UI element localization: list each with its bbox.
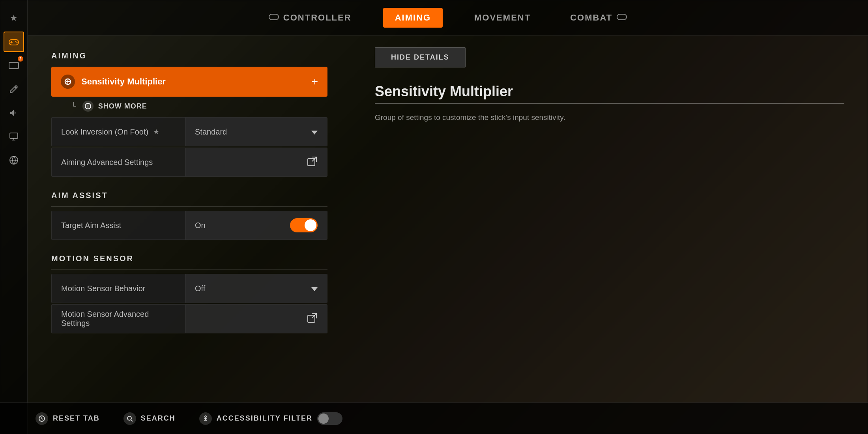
look-inversion-star-icon[interactable]: ★ (153, 127, 159, 136)
top-navigation: CONTROLLER AIMING MOVEMENT COMBAT (28, 0, 868, 36)
svg-rect-17 (88, 105, 88, 107)
tab-controller[interactable]: CONTROLLER (260, 8, 359, 27)
sidebar-icon-edit[interactable] (4, 79, 24, 99)
aiming-advanced-row: Aiming Advanced Settings (51, 148, 327, 177)
svg-rect-18 (88, 107, 88, 108)
target-aim-assist-value[interactable]: On (185, 211, 327, 239)
svg-rect-6 (10, 133, 18, 138)
svg-point-3 (15, 41, 16, 42)
svg-point-4 (16, 42, 17, 43)
content-area: CONTROLLER AIMING MOVEMENT COMBAT (28, 0, 868, 434)
motion-sensor-advanced-linkout-icon (307, 312, 318, 326)
look-inversion-value[interactable]: Standard (185, 118, 327, 146)
controller-tab-icon (268, 12, 279, 23)
indent-arrow: └ (71, 102, 76, 110)
svg-rect-12 (617, 14, 627, 20)
look-inversion-current-value: Standard (195, 127, 227, 137)
sidebar-icon-controller[interactable] (4, 32, 24, 52)
sidebar-icon-badge[interactable]: 2 (4, 55, 24, 76)
look-inversion-chevron-icon (311, 127, 318, 137)
details-description: Group of settings to customize the stick… (375, 112, 844, 123)
motion-sensor-behavior-text: Motion Sensor Behavior (61, 284, 145, 293)
sidebar-icon-volume[interactable] (4, 103, 24, 123)
svg-rect-2 (10, 42, 13, 43)
motion-sensor-advanced-text: Motion Sensor Advanced Settings (61, 310, 176, 328)
search-action[interactable]: SEARCH (123, 412, 176, 425)
tab-movement[interactable]: MOVEMENT (466, 9, 539, 27)
aiming-advanced-link[interactable] (185, 148, 327, 176)
search-icon (123, 412, 136, 425)
show-more-label: SHOW MORE (98, 102, 147, 110)
motion-sensor-behavior-current-value: Off (195, 284, 205, 293)
reset-tab-label: RESET TAB (53, 414, 100, 423)
target-aim-assist-toggle[interactable] (290, 218, 318, 232)
target-aim-assist-label: Target Aim Assist (52, 221, 185, 230)
svg-rect-11 (269, 14, 279, 20)
svg-line-22 (312, 314, 316, 318)
aiming-advanced-linkout-icon (307, 156, 318, 169)
look-inversion-text: Look Inversion (On Foot) (61, 127, 148, 137)
sidebar: ★ 2 (0, 0, 28, 434)
aiming-tab-label: AIMING (395, 13, 431, 23)
combat-tab-icon (616, 12, 627, 23)
motion-sensor-behavior-value[interactable]: Off (185, 274, 327, 303)
tab-aiming[interactable]: AIMING (383, 8, 443, 28)
svg-rect-5 (9, 62, 19, 69)
svg-line-20 (312, 157, 316, 161)
sidebar-icon-display[interactable] (4, 126, 24, 147)
sidebar-icon-star[interactable]: ★ (4, 8, 24, 28)
motion-sensor-divider (51, 269, 327, 270)
svg-line-25 (131, 420, 133, 421)
combat-tab-label: COMBAT (570, 13, 612, 23)
controller-tab-label: CONTROLLER (283, 13, 352, 23)
motion-sensor-advanced-label: Motion Sensor Advanced Settings (52, 310, 185, 328)
tab-combat[interactable]: COMBAT (562, 8, 635, 27)
accessibility-toggle-knob (318, 413, 329, 424)
show-more-icon (82, 101, 94, 112)
search-label: SEARCH (141, 414, 176, 423)
show-more-row[interactable]: └ SHOW MORE (51, 97, 327, 117)
sensitivity-multiplier-label: Sensitivity Multiplier (81, 77, 312, 87)
section-title-aim-assist: AIM ASSIST (51, 191, 327, 200)
hide-details-button[interactable]: HIDE DETAILS (375, 47, 466, 67)
bottom-bar: RESET TAB SEARCH ACCESSIBILITY FILTER (0, 402, 868, 434)
motion-sensor-behavior-row: Motion Sensor Behavior Off (51, 274, 327, 303)
motion-sensor-behavior-chevron-icon (311, 284, 318, 293)
target-aim-assist-text: Target Aim Assist (61, 221, 121, 230)
sidebar-icon-network[interactable] (4, 150, 24, 170)
sensitivity-multiplier-row[interactable]: Sensitivity Multiplier + (51, 67, 327, 97)
motion-sensor-behavior-label: Motion Sensor Behavior (52, 284, 185, 293)
sensitivity-multiplier-add-icon: + (312, 75, 318, 88)
aim-assist-divider (51, 206, 327, 207)
aiming-advanced-label: Aiming Advanced Settings (52, 158, 185, 167)
accessibility-icon (199, 412, 212, 425)
accessibility-action[interactable]: ACCESSIBILITY FILTER (199, 412, 342, 425)
reset-tab-action[interactable]: RESET TAB (36, 412, 100, 425)
target-aim-assist-row: Target Aim Assist On (51, 211, 327, 240)
look-inversion-row: Look Inversion (On Foot) ★ Standard (51, 117, 327, 146)
look-inversion-label: Look Inversion (On Foot) ★ (52, 127, 185, 137)
motion-sensor-advanced-row: Motion Sensor Advanced Settings (51, 304, 327, 333)
section-title-aiming: AIMING (51, 51, 327, 60)
movement-tab-label: MOVEMENT (474, 13, 531, 23)
settings-panel: AIMING Sensitivity Multiplier + (28, 36, 351, 434)
section-title-motion-sensor: MOTION SENSOR (51, 254, 327, 263)
accessibility-filter-toggle[interactable] (317, 412, 342, 425)
toggle-knob (305, 219, 316, 231)
reset-tab-icon (36, 412, 48, 425)
svg-point-24 (127, 416, 131, 420)
motion-sensor-advanced-link[interactable] (185, 305, 327, 333)
sensitivity-multiplier-icon (61, 75, 75, 89)
target-aim-assist-status: On (195, 221, 206, 230)
details-title: Sensitivity Multiplier (375, 83, 844, 104)
svg-point-26 (205, 416, 206, 417)
accessibility-filter-label: ACCESSIBILITY FILTER (217, 414, 312, 423)
details-panel: HIDE DETAILS Sensitivity Multiplier Grou… (351, 36, 868, 434)
aiming-advanced-text: Aiming Advanced Settings (61, 158, 153, 167)
